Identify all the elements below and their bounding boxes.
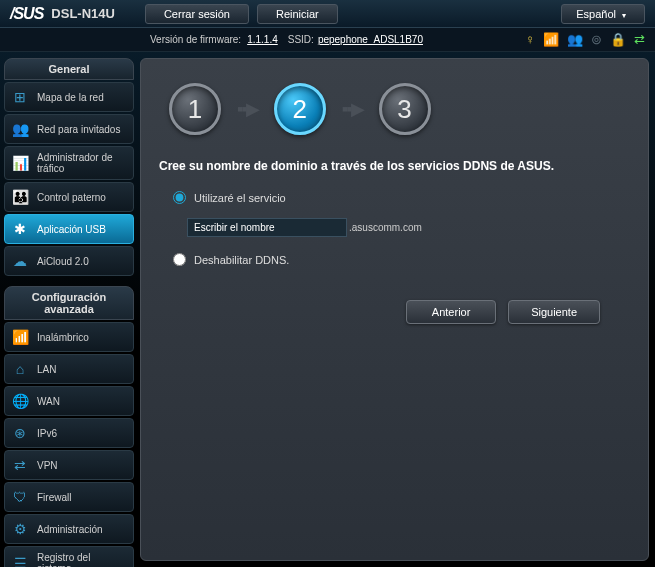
sidebar-item-label: Aplicación USB bbox=[37, 224, 106, 235]
status-icon-bulb[interactable]: ♀ bbox=[525, 32, 535, 47]
sidebar-item-label: Inalámbrico bbox=[37, 332, 89, 343]
sidebar-item-firewall[interactable]: 🛡 Firewall bbox=[4, 482, 134, 512]
sidebar-header-advanced: Configuración avanzada bbox=[4, 286, 134, 320]
status-icons: ♀ 📶 👥 ⊚ 🔒 ⇄ bbox=[525, 32, 645, 47]
step-indicator: 1 ▪▪▶ 2 ▪▪▶ 3 bbox=[169, 83, 630, 135]
sidebar-item-label: Red para invitados bbox=[37, 124, 120, 135]
sidebar-item-label: LAN bbox=[37, 364, 56, 375]
vpn-icon: ⇄ bbox=[11, 456, 29, 474]
ssid-value[interactable]: pepephone_ADSL1B70 bbox=[318, 34, 423, 45]
ipv6-icon: ⊛ bbox=[11, 424, 29, 442]
sidebar: General ⊞ Mapa de la red 👥 Red para invi… bbox=[0, 52, 138, 567]
previous-button[interactable]: Anterior bbox=[406, 300, 496, 324]
status-icon-gear[interactable]: ⊚ bbox=[591, 32, 602, 47]
radio-disable-ddns-input[interactable] bbox=[173, 253, 186, 266]
sidebar-item-ipv6[interactable]: ⊛ IPv6 bbox=[4, 418, 134, 448]
sidebar-item-aicloud[interactable]: ☁ AiCloud 2.0 bbox=[4, 246, 134, 276]
step-3: 3 bbox=[379, 83, 431, 135]
ssid-label: SSID: bbox=[288, 34, 314, 45]
info-bar: Versión de firmware: 1.1.1.4 SSID: pepep… bbox=[0, 28, 655, 52]
sidebar-item-label: Registro del sistema bbox=[37, 552, 127, 567]
sidebar-item-wan[interactable]: 🌐 WAN bbox=[4, 386, 134, 416]
system-log-icon: ☰ bbox=[11, 554, 29, 567]
step-1: 1 bbox=[169, 83, 221, 135]
radio-use-service-label: Utilizaré el servicio bbox=[194, 192, 286, 204]
radio-disable-ddns[interactable]: Deshabilitar DDNS. bbox=[173, 253, 630, 266]
sidebar-item-label: IPv6 bbox=[37, 428, 57, 439]
domain-suffix: .asuscomm.com bbox=[349, 222, 422, 233]
sidebar-item-traffic-manager[interactable]: 📊 Administrador de tráfico bbox=[4, 146, 134, 180]
status-icon-wifi[interactable]: 📶 bbox=[543, 32, 559, 47]
firmware-label: Versión de firmware: bbox=[150, 34, 241, 45]
sidebar-item-network-map[interactable]: ⊞ Mapa de la red bbox=[4, 82, 134, 112]
sidebar-item-label: Firewall bbox=[37, 492, 71, 503]
sidebar-item-label: Administración bbox=[37, 524, 103, 535]
administration-icon: ⚙ bbox=[11, 520, 29, 538]
firewall-icon: 🛡 bbox=[11, 488, 29, 506]
domain-name-input[interactable] bbox=[187, 218, 347, 237]
step-arrow-icon: ▪▪▶ bbox=[237, 98, 258, 120]
wireless-icon: 📶 bbox=[11, 328, 29, 346]
sidebar-item-parental-control[interactable]: 👪 Control paterno bbox=[4, 182, 134, 212]
sidebar-item-label: Control paterno bbox=[37, 192, 106, 203]
top-bar: /SUS DSL-N14U Cerrar sesión Reiniciar Es… bbox=[0, 0, 655, 28]
status-icon-lock[interactable]: 🔒 bbox=[610, 32, 626, 47]
reboot-button[interactable]: Reiniciar bbox=[257, 4, 338, 24]
sidebar-item-system-log[interactable]: ☰ Registro del sistema bbox=[4, 546, 134, 567]
sidebar-item-label: Mapa de la red bbox=[37, 92, 104, 103]
logout-button[interactable]: Cerrar sesión bbox=[145, 4, 249, 24]
lan-icon: ⌂ bbox=[11, 360, 29, 378]
sidebar-item-lan[interactable]: ⌂ LAN bbox=[4, 354, 134, 384]
next-button[interactable]: Siguiente bbox=[508, 300, 600, 324]
sidebar-item-label: Administrador de tráfico bbox=[37, 152, 127, 174]
sidebar-item-label: AiCloud 2.0 bbox=[37, 256, 89, 267]
guest-network-icon: 👥 bbox=[11, 120, 29, 138]
sidebar-item-usb-application[interactable]: ✱ Aplicación USB bbox=[4, 214, 134, 244]
aicloud-icon: ☁ bbox=[11, 252, 29, 270]
language-dropdown[interactable]: Español bbox=[561, 4, 645, 24]
button-row: Anterior Siguiente bbox=[159, 300, 600, 324]
radio-use-service-input[interactable] bbox=[173, 191, 186, 204]
sidebar-item-label: VPN bbox=[37, 460, 58, 471]
sidebar-item-label: WAN bbox=[37, 396, 60, 407]
status-icon-users[interactable]: 👥 bbox=[567, 32, 583, 47]
page-heading: Cree su nombre de dominio a través de lo… bbox=[159, 159, 630, 173]
sidebar-item-administration[interactable]: ⚙ Administración bbox=[4, 514, 134, 544]
usb-application-icon: ✱ bbox=[11, 220, 29, 238]
radio-use-service[interactable]: Utilizaré el servicio bbox=[173, 191, 630, 204]
sidebar-item-guest-network[interactable]: 👥 Red para invitados bbox=[4, 114, 134, 144]
model-label: DSL-N14U bbox=[51, 6, 115, 21]
content-panel: 1 ▪▪▶ 2 ▪▪▶ 3 Cree su nombre de dominio … bbox=[140, 58, 649, 561]
firmware-value[interactable]: 1.1.1.4 bbox=[247, 34, 278, 45]
traffic-manager-icon: 📊 bbox=[11, 154, 29, 172]
sidebar-item-vpn[interactable]: ⇄ VPN bbox=[4, 450, 134, 480]
step-arrow-icon: ▪▪▶ bbox=[342, 98, 363, 120]
parental-control-icon: 👪 bbox=[11, 188, 29, 206]
sidebar-header-general: General bbox=[4, 58, 134, 80]
step-2: 2 bbox=[274, 83, 326, 135]
brand-logo: /SUS bbox=[10, 5, 43, 23]
network-map-icon: ⊞ bbox=[11, 88, 29, 106]
status-icon-usb[interactable]: ⇄ bbox=[634, 32, 645, 47]
domain-input-row: .asuscomm.com bbox=[187, 218, 630, 237]
wan-icon: 🌐 bbox=[11, 392, 29, 410]
radio-disable-ddns-label: Deshabilitar DDNS. bbox=[194, 254, 289, 266]
sidebar-item-wireless[interactable]: 📶 Inalámbrico bbox=[4, 322, 134, 352]
